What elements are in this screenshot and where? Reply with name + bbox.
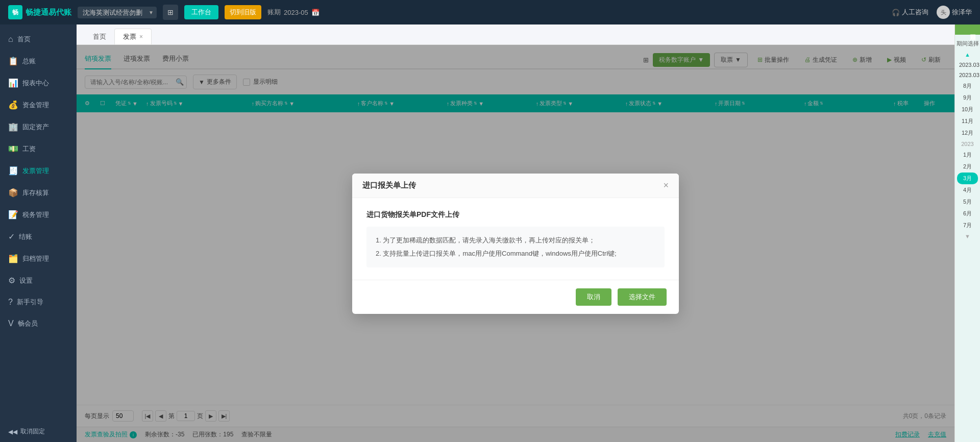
period-item-2[interactable]: 8月 [955,80,980,92]
sidebar-item-ledger[interactable]: 📋 总账 [0,50,77,72]
funds-icon: 💰 [8,100,18,110]
modal-header: 进口报关单上传 × [352,174,679,198]
period-item-14[interactable]: 7月 [955,219,980,231]
tax-icon: 📝 [8,210,18,219]
period-item-11[interactable]: 4月 [955,184,980,196]
sidebar-item-member[interactable]: V 畅会员 [0,313,77,334]
salary-icon: 💵 [8,144,18,154]
reports-icon: 📊 [8,78,18,88]
sidebar-item-close[interactable]: ✓ 结账 [0,226,77,248]
period-item-0[interactable]: 2023.03 [955,60,980,70]
expand-arrow[interactable]: ▲ [955,50,980,60]
member-icon: V [8,319,14,328]
company-selector-wrap[interactable]: 沈海英测试经营勿删 ▼ [78,7,157,18]
app-logo: 畅 畅捷通易代账 [8,5,71,19]
period-item-10[interactable]: 3月 [957,173,978,184]
sidebar-item-invoice[interactable]: 🧾 发票管理 [0,160,77,182]
period-item-12[interactable]: 5月 [955,196,980,208]
sidebar-item-funds[interactable]: 💰 资金管理 [0,94,77,116]
main-layout: ⌂ 首页 📋 总账 📊 报表中心 💰 资金管理 🏢 固定资产 💵 工资 🧾 发票… [0,24,980,442]
modal-footer: 取消 选择文件 [352,280,679,314]
avatar: 头 [937,6,950,19]
period-item-1[interactable]: 2023.03 [955,70,980,80]
modal-cancel-button[interactable]: 取消 [576,288,611,306]
modal-title: 进口报关单上传 [362,181,663,190]
page-content: 销项发票 进项发票 费用小票 ⊞ 税务数字账户 ▼ 取票 ▼ ⊞ [77,45,954,442]
support-link[interactable]: 🎧 人工咨询 [892,8,928,17]
switch-version-button[interactable]: 切到旧版 [225,5,261,19]
sidebar-item-archive[interactable]: 🗂️ 归档管理 [0,248,77,269]
invoice-icon: 🧾 [8,166,18,176]
modal-section-title: 进口货物报关单PDF文件上传 [366,210,665,219]
content-area: 首页 发票 × 销项发票 进项发票 费用小票 ⊞ 税务数字账户 ▼ [77,24,954,442]
company-selector[interactable]: 沈海英测试经营勿删 [78,7,157,18]
period-item-5[interactable]: 11月 [955,115,980,127]
period-item-8[interactable]: 1月 [955,149,980,161]
tab-invoice[interactable]: 发票 × [114,29,152,44]
period-text: 账期 2023-05 📅 [267,8,320,17]
period-item-7[interactable]: 2023 [955,139,980,149]
period-item-3[interactable]: 9月 [955,92,980,104]
home-icon: ⌂ [8,35,13,44]
top-bar: 畅 畅捷通易代账 沈海英测试经营勿删 ▼ ⊞ 工作台 切到旧版 账期 2023-… [0,0,980,24]
period-header: 期间选择 [955,38,980,50]
tab-close-icon[interactable]: × [139,33,143,40]
top-bar-right: 🎧 人工咨询 头 徐泽华 [892,6,972,19]
sidebar-item-tax[interactable]: 📝 税务管理 [0,204,77,226]
close-books-icon: ✓ [8,232,15,241]
modal-info-item-2: 2. 支持批量上传进口报关单，mac用户使用Command键，windows用户… [376,247,655,260]
user-menu[interactable]: 头 徐泽华 [937,6,972,19]
sidebar-item-settings[interactable]: ⚙ 设置 [0,269,77,291]
sidebar-item-assets[interactable]: 🏢 固定资产 [0,116,77,138]
tab-home[interactable]: 首页 [85,29,114,44]
sidebar-pin-toggle[interactable]: ◀◀ 取消固定 [0,421,77,442]
logo-icon: 畅 [8,5,22,19]
import-modal: 进口报关单上传 × 进口货物报关单PDF文件上传 1. 为了更加稀疏的数据匹配，… [352,174,679,314]
period-selector: 期间选择 ▲ 2023.03 2023.03 8月 9月 10月 11月 12月… [955,35,980,244]
settings-icon: ⚙ [8,276,15,285]
period-item-9[interactable]: 2月 [955,161,980,173]
sidebar-item-salary[interactable]: 💵 工资 [0,138,77,160]
modal-info-box: 1. 为了更加稀疏的数据匹配，请先录入海关缴款书，再上传对应的报关单； 2. 支… [366,227,665,267]
sidebar-item-inventory[interactable]: 📦 库存核算 [0,182,77,204]
workspace-button[interactable]: 工作台 [184,5,218,19]
sidebar-item-reports[interactable]: 📊 报表中心 [0,72,77,94]
pin-icon: ◀◀ [8,428,17,435]
tab-bar: 首页 发票 × [77,24,954,45]
modal-confirm-button[interactable]: 选择文件 [618,288,667,306]
modal-info-item-1: 1. 为了更加稀疏的数据匹配，请先录入海关缴款书，再上传对应的报关单； [376,234,655,247]
calendar-icon[interactable]: 📅 [311,9,320,16]
assets-icon: 🏢 [8,122,18,132]
collapse-arrow[interactable]: ▼ [955,231,980,241]
sidebar-item-guide[interactable]: ? 新手引导 [0,291,77,313]
period-item-4[interactable]: 10月 [955,104,980,115]
modal-overlay[interactable]: 进口报关单上传 × 进口货物报关单PDF文件上传 1. 为了更加稀疏的数据匹配，… [77,45,954,442]
inventory-icon: 📦 [8,188,18,198]
modal-body: 进口货物报关单PDF文件上传 1. 为了更加稀疏的数据匹配，请先录入海关缴款书，… [352,198,679,280]
right-panel: 开票日期 期间选择 ▲ 2023.03 2023.03 8月 9月 10月 11… [954,24,980,442]
period-item-13[interactable]: 6月 [955,208,980,219]
ledger-icon: 📋 [8,56,18,66]
company-icon-btn[interactable]: ⊞ [163,5,178,20]
guide-icon: ? [8,298,13,307]
right-panel-top-button[interactable]: 开票日期 [955,24,980,35]
archive-icon: 🗂️ [8,254,18,263]
headset-icon: 🎧 [892,9,900,16]
modal-close-button[interactable]: × [663,181,669,190]
period-item-6[interactable]: 12月 [955,127,980,139]
sidebar: ⌂ 首页 📋 总账 📊 报表中心 💰 资金管理 🏢 固定资产 💵 工资 🧾 发票… [0,24,77,442]
sidebar-item-home[interactable]: ⌂ 首页 [0,29,77,50]
